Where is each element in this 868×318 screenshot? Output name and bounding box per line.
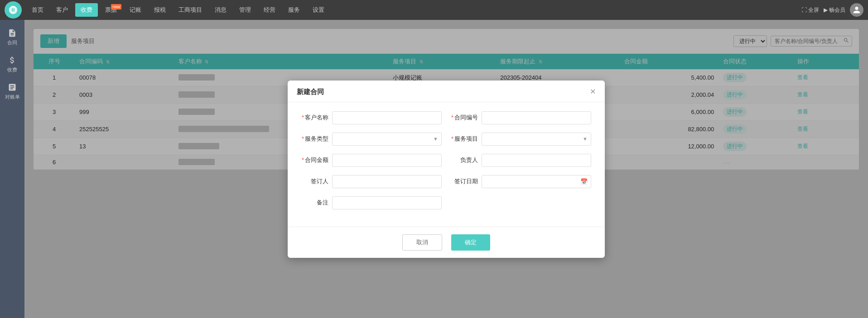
main-layout: 合同 收费 对账单 新增 服务项目 进行中 已完成	[0, 20, 868, 318]
amount-label: *合同金额	[301, 156, 328, 164]
field-remark: 备注	[301, 196, 442, 209]
nav-item-settings[interactable]: 设置	[307, 3, 330, 17]
modal-footer: 取消 确定	[288, 227, 605, 258]
nav-item-ticket[interactable]: 票据 new	[100, 3, 122, 17]
customer-name-label: *客户名称	[301, 114, 328, 122]
contract-icon	[7, 28, 17, 38]
required-star-1: *	[302, 114, 304, 121]
form-row-1: *客户名称 *合同编号	[301, 111, 591, 124]
service-item-label: *服务项目	[451, 135, 478, 143]
customer-name-input[interactable]	[332, 111, 442, 124]
field-amount: *合同金额 0.00	[301, 154, 442, 167]
service-item-select[interactable]	[482, 133, 591, 146]
reconcile-icon	[7, 82, 17, 92]
contract-amount-input[interactable]: 0.00	[332, 154, 442, 167]
field-service-item: *服务项目 ▼	[451, 133, 591, 146]
modal-header: 新建合同 ✕	[288, 81, 605, 102]
required-star-2: *	[451, 114, 453, 121]
sign-date-input[interactable]: 2023-06-06	[482, 175, 591, 188]
main-content: 新增 服务项目 进行中 已完成 已终止	[24, 20, 868, 318]
nav-item-industry[interactable]: 工商项目	[173, 3, 207, 17]
fullscreen-button[interactable]: ⛶ 全屏	[801, 6, 819, 14]
sidebar: 合同 收费 对账单	[0, 20, 24, 318]
signer-input[interactable]	[332, 175, 442, 188]
nav-right-actions: ⛶ 全屏 ▶ 畅会员	[801, 3, 863, 17]
sidebar-item-reconcile[interactable]: 对账单	[1, 79, 24, 104]
sign-date-wrapper: 2023-06-06 📅	[482, 175, 591, 188]
field-customer-name: *客户名称	[301, 111, 442, 124]
fullscreen-icon: ⛶	[801, 7, 807, 13]
service-type-label: *服务类型	[301, 135, 328, 143]
modal-close-button[interactable]: ✕	[590, 88, 596, 95]
form-row-5: 备注	[301, 196, 591, 209]
nav-menu: 首页 客户 收费 票据 new 记账 报税 工商项目 消息 管理 经营 服务 设…	[26, 3, 801, 17]
sidebar-fee-label: 收费	[7, 66, 17, 73]
sign-date-label: 签订日期	[451, 177, 478, 185]
remark-label: 备注	[301, 199, 328, 207]
service-item-select-wrapper: ▼	[482, 133, 591, 146]
modal-overlay: 新建合同 ✕ *客户名称 *合同编号	[24, 20, 868, 318]
responsible-input[interactable]	[482, 154, 591, 167]
play-icon: ▶	[824, 7, 828, 13]
contract-no-input[interactable]	[482, 111, 591, 124]
nav-item-operation[interactable]: 经营	[258, 3, 281, 17]
form-row-3: *合同金额 0.00 负责人	[301, 154, 591, 167]
top-navigation: 首页 客户 收费 票据 new 记账 报税 工商项目 消息 管理 经营 服务 设…	[0, 0, 868, 20]
nav-item-service[interactable]: 服务	[283, 3, 305, 17]
nav-item-manage[interactable]: 管理	[234, 3, 256, 17]
required-star-4: *	[451, 135, 453, 142]
form-row-2: *服务类型 ▼ *服务项目	[301, 133, 591, 146]
sidebar-reconcile-label: 对账单	[5, 94, 20, 100]
member-label: 畅会员	[829, 6, 845, 14]
nav-item-ledger[interactable]: 记账	[124, 3, 147, 17]
sidebar-item-contract[interactable]: 合同	[1, 24, 24, 50]
fullscreen-label: 全屏	[808, 6, 819, 14]
member-button[interactable]: ▶ 畅会员	[824, 6, 845, 14]
nav-item-tax[interactable]: 报税	[149, 3, 171, 17]
field-sign-date: 签订日期 2023-06-06 📅	[451, 175, 591, 188]
cancel-button[interactable]: 取消	[402, 234, 442, 251]
modal-title: 新建合同	[297, 88, 324, 96]
nav-item-customer[interactable]: 客户	[51, 3, 73, 17]
remark-input[interactable]	[332, 196, 442, 209]
required-star-5: *	[302, 157, 304, 163]
nav-item-home[interactable]: 首页	[26, 3, 49, 17]
service-type-select[interactable]	[332, 133, 442, 146]
app-logo	[5, 1, 22, 19]
fee-icon	[7, 55, 17, 65]
field-contract-no: *合同编号	[451, 111, 591, 124]
confirm-button[interactable]: 确定	[451, 234, 490, 251]
new-badge: new	[111, 4, 121, 9]
modal-body: *客户名称 *合同编号	[288, 102, 605, 227]
form-row-4: 签订人 签订日期 2023-06-06 📅	[301, 175, 591, 188]
required-star-3: *	[302, 135, 304, 142]
contract-no-label: *合同编号	[451, 114, 478, 122]
service-type-select-wrapper: ▼	[332, 133, 442, 146]
sidebar-item-fee[interactable]: 收费	[1, 52, 24, 77]
signer-label: 签订人	[301, 177, 328, 185]
field-responsible: 负责人	[451, 154, 591, 167]
avatar[interactable]	[850, 3, 863, 17]
nav-item-message[interactable]: 消息	[209, 3, 232, 17]
sidebar-contract-label: 合同	[7, 39, 17, 46]
responsible-label: 负责人	[451, 156, 478, 164]
field-signer: 签订人	[301, 175, 442, 188]
new-contract-modal: 新建合同 ✕ *客户名称 *合同编号	[288, 81, 605, 258]
field-service-type: *服务类型 ▼	[301, 133, 442, 146]
nav-item-invoice[interactable]: 收费	[75, 3, 98, 17]
